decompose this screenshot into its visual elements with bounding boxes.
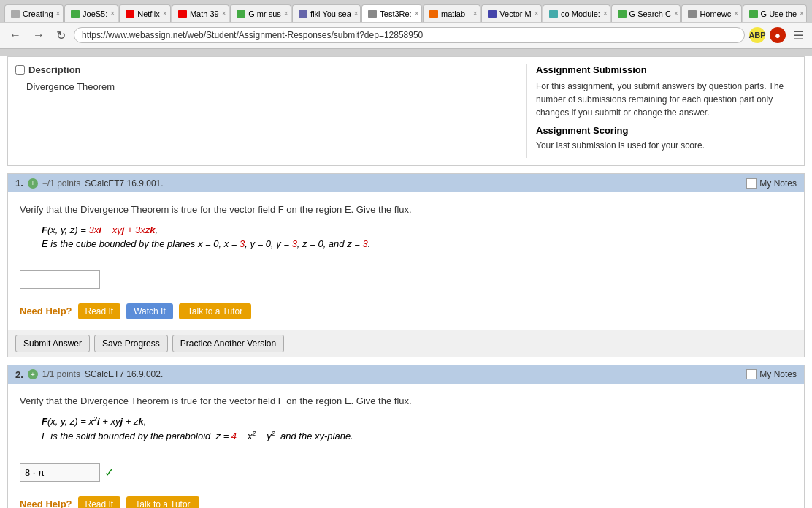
tab-homewe[interactable]: Homewc × xyxy=(681,4,741,22)
tab-close[interactable]: × xyxy=(603,10,608,18)
submit-answer-button-1[interactable]: Submit Answer xyxy=(15,335,90,352)
tab-search[interactable]: G Search C × xyxy=(611,4,681,22)
tab-favicon xyxy=(71,10,80,18)
practice-another-version-button-1[interactable]: Practice Another Version xyxy=(172,335,284,352)
tab-creating[interactable]: Creating × xyxy=(4,4,64,22)
tab-netflix[interactable]: Netflix × xyxy=(119,4,171,22)
need-help-label-1: Need Help? xyxy=(20,306,72,316)
tab-close[interactable]: × xyxy=(674,10,678,18)
save-progress-button-1[interactable]: Save Progress xyxy=(94,335,168,352)
assignment-submission-body: For this assignment, you submit answers … xyxy=(536,80,797,119)
adblock-icon[interactable]: ● xyxy=(770,27,786,43)
tab-fiki[interactable]: fiki You sea × xyxy=(292,4,361,22)
tab-favicon xyxy=(178,10,187,18)
question-2-header-left: 2. + 1/1 points SCalcET7 16.9.002. xyxy=(15,369,163,380)
question-1-vector-field: F(x, y, z) = 3xi + xyj + 3xzk, xyxy=(42,224,792,235)
tab-label: co Module: xyxy=(561,10,600,18)
tab-label: Math 39 xyxy=(190,10,219,18)
question-2-answer-input[interactable] xyxy=(20,463,100,482)
address-bar[interactable] xyxy=(74,27,745,43)
question-1-region: E is the cube bounded by the planes x = … xyxy=(42,238,792,249)
question-1: 1. + −/1 points SCalcET7 16.9.001. My No… xyxy=(7,173,805,357)
menu-icon[interactable]: ☰ xyxy=(790,27,806,43)
question-1-my-notes[interactable]: My Notes xyxy=(746,178,797,189)
read-it-button-2[interactable]: Read It xyxy=(78,496,121,508)
forward-button[interactable]: → xyxy=(29,27,48,43)
talk-to-tutor-button-1[interactable]: Talk to a Tutor xyxy=(179,303,251,319)
question-1-points: −/1 points xyxy=(42,178,80,189)
back-button[interactable]: ← xyxy=(6,27,25,43)
description-left: Description Divergence Theorem xyxy=(15,64,519,158)
description-right: Assignment Submission For this assignmen… xyxy=(526,64,797,158)
tab-close[interactable]: × xyxy=(284,10,288,18)
assignment-submission-title: Assignment Submission xyxy=(536,64,797,75)
tab-module[interactable]: co Module: × xyxy=(543,4,610,22)
question-1-num: 1. xyxy=(15,178,23,189)
tab-close[interactable]: × xyxy=(110,10,115,18)
tab-favicon xyxy=(749,10,758,18)
reload-button[interactable]: ↻ xyxy=(53,27,69,44)
tab-favicon xyxy=(11,10,20,18)
question-1-header-left: 1. + −/1 points SCalcET7 16.9.001. xyxy=(15,178,164,189)
my-notes-checkbox-2[interactable] xyxy=(746,369,757,379)
tab-favicon xyxy=(237,10,245,18)
assignment-scoring-title: Assignment Scoring xyxy=(536,125,797,136)
tab-label: Vector M xyxy=(499,10,531,18)
tab-close[interactable]: × xyxy=(800,10,804,18)
tab-usethe[interactable]: G Use the × xyxy=(743,4,807,22)
nav-bar: ← → ↻ ABP ● ☰ xyxy=(0,22,812,48)
tab-matlab[interactable]: matlab - × xyxy=(423,4,480,22)
tab-label: JoeS5: xyxy=(83,10,107,18)
question-1-answer-input[interactable] xyxy=(20,270,100,289)
tab-close[interactable]: × xyxy=(163,10,167,18)
my-notes-checkbox[interactable] xyxy=(746,178,757,189)
tab-mrsus[interactable]: G mr sus × xyxy=(230,4,291,22)
question-2-vector-field: F(x, y, z) = x2i + xyj + zk, xyxy=(42,415,792,427)
abp-icon[interactable]: ABP xyxy=(749,27,765,43)
question-1-prompt: Verify that the Divergence Theorem is tr… xyxy=(20,202,792,217)
correct-checkmark-2: ✓ xyxy=(104,466,114,479)
tab-close[interactable]: × xyxy=(56,10,61,18)
tab-close[interactable]: × xyxy=(222,10,226,18)
read-it-button-1[interactable]: Read It xyxy=(78,303,121,319)
question-2-need-help: Need Help? Read It Talk to a Tutor xyxy=(20,496,792,508)
tab-vector[interactable]: Vector M × xyxy=(481,4,542,22)
tab-math39[interactable]: Math 39 × xyxy=(172,4,229,22)
tab-favicon xyxy=(688,10,697,18)
tab-label: Netflix xyxy=(137,10,160,18)
tab-label: G Use the xyxy=(761,10,797,18)
tab-close[interactable]: × xyxy=(354,10,359,18)
tab-label: Creating xyxy=(23,10,53,18)
question-1-need-help: Need Help? Read It Watch It Talk to a Tu… xyxy=(20,303,792,319)
my-notes-label-2: My Notes xyxy=(759,369,797,379)
description-section: Description Divergence Theorem Assignmen… xyxy=(7,56,805,166)
tab-close[interactable]: × xyxy=(415,10,419,18)
question-1-body: Verify that the Divergence Theorem is tr… xyxy=(8,192,804,330)
tab-bar: Creating × JoeS5: × Netflix × Math 39 × … xyxy=(0,0,812,22)
question-2-num: 2. xyxy=(15,369,23,380)
assignment-scoring-body: Your last submission is used for your sc… xyxy=(536,139,797,152)
tab-test3re[interactable]: Test3Re: × xyxy=(361,4,422,22)
tab-label: G mr sus xyxy=(248,10,281,18)
my-notes-label: My Notes xyxy=(759,178,797,189)
tab-label: Homewc xyxy=(700,10,731,18)
tab-label: matlab - xyxy=(441,10,470,18)
tab-close[interactable]: × xyxy=(535,10,539,18)
tab-favicon xyxy=(618,10,627,18)
tab-favicon xyxy=(549,10,558,18)
tab-favicon xyxy=(299,10,307,18)
tab-close[interactable]: × xyxy=(734,10,738,18)
tab-close[interactable]: × xyxy=(473,10,478,18)
description-checkbox[interactable] xyxy=(15,65,25,75)
tab-joess[interactable]: JoeS5: × xyxy=(64,4,118,22)
tab-label: G Search C xyxy=(629,10,671,18)
question-1-ref: SCalcET7 16.9.001. xyxy=(85,178,163,189)
question-2-points: 1/1 points xyxy=(42,369,80,379)
watch-it-button-1[interactable]: Watch It xyxy=(126,303,173,319)
question-2-ref: SCalcET7 16.9.002. xyxy=(85,369,163,379)
question-2-my-notes[interactable]: My Notes xyxy=(746,369,797,379)
tab-favicon xyxy=(488,10,497,18)
question-2-header: 2. + 1/1 points SCalcET7 16.9.002. My No… xyxy=(8,365,804,384)
tab-favicon xyxy=(126,10,134,18)
talk-to-tutor-button-2[interactable]: Talk to a Tutor xyxy=(126,496,199,508)
